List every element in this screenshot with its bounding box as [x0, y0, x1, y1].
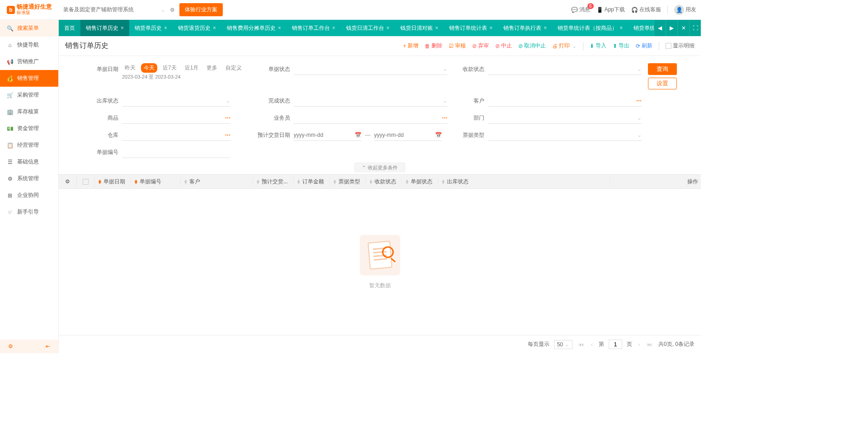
sidebar-item-4[interactable]: 🏢库存核算 [0, 103, 58, 120]
tab-10[interactable]: 销货单统计× [628, 20, 654, 36]
th-gear[interactable]: ⚙ [59, 175, 77, 188]
date-input-to[interactable] [374, 132, 435, 138]
close-icon[interactable]: × [121, 25, 124, 31]
export-button[interactable]: ⬆导出 [613, 42, 629, 50]
close-icon[interactable]: × [544, 25, 547, 31]
filter-docno[interactable] [122, 146, 230, 158]
date-tag-0[interactable]: 昨天 [122, 63, 138, 73]
tab-4[interactable]: 销售订单工作台× [286, 20, 341, 36]
th-1[interactable]: ▲▼单据编号 [131, 178, 181, 186]
tab-5[interactable]: 钱货日清工作台× [341, 20, 395, 36]
service-link[interactable]: 🎧 在线客服 [631, 6, 661, 14]
sidebar-item-0[interactable]: ⌂快捷导航 [0, 37, 58, 53]
filter-salesman[interactable]: ⋯ [294, 112, 447, 124]
filter-tickettype[interactable]: ⌄ [488, 129, 642, 141]
th-8[interactable]: ▲▼出库状态 [438, 178, 610, 186]
refresh-button[interactable]: ⟳刷新 [636, 42, 652, 50]
page-next[interactable]: › [637, 341, 641, 348]
filter-paystatus[interactable]: ⌄ [488, 63, 642, 75]
th-7[interactable]: ▲▼单据状态 [402, 178, 438, 186]
filter-goods[interactable]: ⋯ [122, 112, 230, 124]
close-icon[interactable]: × [164, 25, 167, 31]
tabs-scroll-left[interactable]: ◀ [654, 20, 666, 36]
filter-deliverdate-from[interactable]: 📅 [294, 129, 361, 141]
close-icon[interactable]: × [386, 25, 389, 31]
import-button[interactable]: ⬇导入 [590, 42, 606, 50]
gear-icon[interactable]: ⚙ [170, 7, 175, 13]
filter-donestatus[interactable]: ⌄ [294, 95, 447, 107]
trial-button[interactable]: 体验行业方案 [179, 3, 223, 16]
sidebar-item-3[interactable]: 🛒采购管理 [0, 87, 58, 103]
close-icon[interactable]: × [435, 25, 438, 31]
th-6[interactable]: ▲▼收款状态 [366, 178, 402, 186]
th-4[interactable]: ▲▼订单金额 [294, 178, 330, 186]
sidebar-item-7[interactable]: ☰基础信息 [0, 154, 58, 170]
date-tag-4[interactable]: 更多 [204, 63, 220, 73]
filter-customer[interactable]: ⋯ [488, 95, 642, 107]
tab-1[interactable]: 销货单历史× [129, 20, 173, 36]
close-icon[interactable]: × [619, 25, 623, 31]
show-detail-toggle[interactable]: 显示明细 [666, 42, 694, 50]
tab-0[interactable]: 销售订单历史× [80, 20, 129, 36]
th-9[interactable]: 操作 [610, 178, 701, 186]
stop-button[interactable]: ⊘中止 [495, 42, 512, 50]
sidebar-item-2[interactable]: 💰销售管理 [0, 70, 58, 87]
tab-8[interactable]: 销售订单执行表× [498, 20, 552, 36]
audit-button[interactable]: ☑审核 [449, 42, 466, 50]
close-icon[interactable]: × [489, 25, 493, 31]
close-icon[interactable]: × [278, 25, 281, 31]
tabs-close-all[interactable]: ✕ [677, 20, 689, 36]
th-checkbox[interactable] [77, 175, 95, 188]
collapse-button[interactable]: ⌃ 收起更多条件 [354, 163, 405, 172]
search-button[interactable]: 查询 [648, 63, 677, 75]
sidebar-item-6[interactable]: 📋经营管理 [0, 137, 58, 154]
page-last[interactable]: ⏭ [646, 341, 654, 348]
delete-button[interactable]: 🗑删除 [425, 42, 442, 50]
th-0[interactable]: ▲▼单据日期 [95, 178, 131, 186]
tabs-fullscreen[interactable]: ⛶ [689, 20, 701, 36]
filter-deliverdate-to[interactable]: 📅 [374, 129, 442, 141]
tab-9[interactable]: 销货单统计表（按商品）× [552, 20, 628, 36]
tab-3[interactable]: 销售费用分摊单历史× [221, 20, 286, 36]
sidebar-item-1[interactable]: 📢营销推广 [0, 53, 58, 70]
tab-2[interactable]: 销货退货历史× [173, 20, 221, 36]
tab-7[interactable]: 销售订单统计表× [444, 20, 498, 36]
new-button[interactable]: +新增 [403, 42, 418, 50]
date-input-from[interactable] [294, 132, 355, 138]
settings-button[interactable]: 设置 [648, 78, 677, 89]
collapse-sidebar-icon[interactable]: ⇤ [46, 343, 50, 349]
sidebar-search[interactable]: 🔍 搜索菜单 [0, 20, 58, 37]
settings-icon[interactable]: ⚙ [8, 343, 13, 349]
filter-docstatus[interactable]: ⌄ [294, 63, 447, 75]
date-tag-3[interactable]: 近1月 [182, 63, 202, 73]
tab-home[interactable]: 首页 [59, 20, 80, 36]
th-3[interactable]: ▲▼预计交货... [253, 178, 294, 186]
page-first[interactable]: ⏮ [577, 341, 585, 348]
message-link[interactable]: 💬 消息 6 [571, 6, 590, 14]
date-tag-2[interactable]: 近7天 [160, 63, 179, 73]
print-button[interactable]: 🖨打印⌄ [552, 42, 577, 50]
perpage-select[interactable]: 50⌄ [554, 340, 572, 349]
sidebar-item-5[interactable]: 💵资金管理 [0, 120, 58, 137]
discard-button[interactable]: ⊘弃审 [472, 42, 489, 50]
filter-warehouse[interactable]: ⋯ [122, 129, 230, 141]
filter-dept[interactable]: ⌄ [488, 112, 642, 124]
tab-6[interactable]: 钱货日清对账× [395, 20, 444, 36]
page-prev[interactable]: ‹ [590, 341, 594, 348]
close-icon[interactable]: × [213, 25, 216, 31]
th-2[interactable]: ▲▼客户 [181, 178, 253, 186]
system-selector[interactable]: 装备及固定资产辅助管理系统 ⌄ [63, 6, 165, 14]
filter-outstatus[interactable]: ⌄ [122, 95, 230, 107]
page-input[interactable] [609, 340, 622, 349]
download-link[interactable]: 📱 App下载 [596, 6, 625, 14]
date-tag-5[interactable]: 自定义 [223, 63, 244, 73]
sidebar-item-8[interactable]: ⚙系统管理 [0, 170, 58, 187]
sidebar-item-10[interactable]: ☞新手引导 [0, 204, 58, 220]
date-tag-1[interactable]: 今天 [141, 63, 157, 73]
close-icon[interactable]: × [332, 25, 335, 31]
user-menu[interactable]: 👤 用友 [674, 5, 696, 15]
tabs-scroll-right[interactable]: ▶ [666, 20, 677, 36]
unstop-button[interactable]: ⊘取消中止 [518, 42, 546, 50]
th-5[interactable]: ▲▼票据类型 [330, 178, 366, 186]
sidebar-item-9[interactable]: ⊞企业协同 [0, 187, 58, 204]
